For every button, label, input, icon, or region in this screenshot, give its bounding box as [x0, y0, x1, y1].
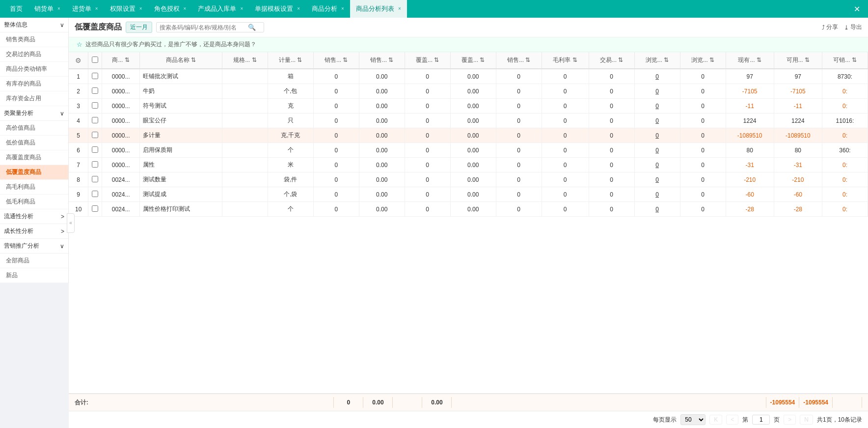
col-checkbox[interactable]: [88, 52, 102, 69]
first-page-button[interactable]: K: [709, 415, 722, 425]
page-size-select[interactable]: 20 50 100 200: [680, 414, 705, 425]
date-filter-button[interactable]: 近一月: [126, 22, 152, 33]
row-checkbox[interactable]: [88, 143, 102, 158]
sidebar-item-high-margin[interactable]: 高毛利商品: [0, 180, 68, 195]
sidebar-section-cluster[interactable]: 类聚量分析 ∨: [0, 106, 68, 121]
col-spec[interactable]: 规格... ⇅: [222, 52, 268, 69]
col-gross-margin[interactable]: 毛利率 ⇅: [542, 52, 589, 69]
nav-sales-order[interactable]: 销货单 ×: [28, 0, 66, 18]
col-unit[interactable]: 计量... ⇅: [268, 52, 313, 69]
row-checkbox[interactable]: [88, 187, 102, 202]
row-browse1[interactable]: 0: [634, 143, 680, 158]
row-checkbox[interactable]: [88, 172, 102, 187]
next-page-button[interactable]: >: [784, 415, 796, 425]
search-icon[interactable]: 🔍: [248, 24, 256, 31]
footer-current-stock: -1095554: [766, 397, 800, 408]
sidebar-item-high-coverage[interactable]: 高覆盖度商品: [0, 150, 68, 165]
row-browse1[interactable]: 0: [634, 202, 680, 217]
nav-close-icon[interactable]: ×: [184, 0, 187, 18]
row-checkbox[interactable]: [88, 158, 102, 172]
select-all-checkbox[interactable]: [92, 57, 98, 63]
col-browse2[interactable]: 浏览... ⇅: [680, 52, 726, 69]
export-button[interactable]: ⤓ 导出: [844, 23, 862, 31]
nav-close-icon[interactable]: ×: [341, 0, 344, 18]
sidebar-item-stock-capital[interactable]: 库存资金占用: [0, 91, 68, 106]
row-checkbox[interactable]: [88, 99, 102, 114]
row-browse1[interactable]: 0: [634, 114, 680, 128]
col-settings[interactable]: ⚙: [69, 52, 88, 69]
col-available-stock[interactable]: 可用... ⇅: [774, 52, 822, 69]
nav-permission-settings[interactable]: 权限设置 ×: [104, 0, 148, 18]
col-sales-qty[interactable]: 销售... ⇅: [313, 52, 359, 69]
sidebar-item-low-value[interactable]: 低价值商品: [0, 136, 68, 150]
nav-template-settings[interactable]: 单据模板设置 ×: [249, 0, 306, 18]
row-name: 属性: [139, 158, 222, 172]
sidebar-item-stocked-goods[interactable]: 有库存的商品: [0, 77, 68, 91]
nav-purchase-order[interactable]: 进货单 ×: [66, 0, 104, 18]
sidebar-item-sales-goods[interactable]: 销售类商品: [0, 32, 68, 47]
nav-role-auth[interactable]: 角色授权 ×: [148, 0, 192, 18]
row-checkbox[interactable]: [88, 114, 102, 128]
col-code[interactable]: 商... ⇅: [102, 52, 140, 69]
nav-close-icon[interactable]: ×: [95, 0, 98, 18]
last-page-button[interactable]: N: [800, 415, 813, 425]
sidebar-item-new-goods[interactable]: 新品: [0, 268, 68, 283]
row-checkbox[interactable]: [88, 69, 102, 84]
col-cover2[interactable]: 覆盖... ⇅: [450, 52, 496, 69]
sidebar-item-low-coverage[interactable]: 低覆盖度商品: [0, 165, 68, 180]
sidebar-item-traded-goods[interactable]: 交易过的商品: [0, 47, 68, 62]
sidebar-section-marketing[interactable]: 营销推广分析 ∨: [0, 239, 68, 254]
sidebar-section-growth[interactable]: 成长性分析 >: [0, 224, 68, 239]
nav-product-analysis[interactable]: 商品分析 ×: [306, 0, 350, 18]
nav-close-icon[interactable]: ×: [139, 0, 142, 18]
prev-page-button[interactable]: <: [726, 415, 738, 425]
sidebar-item-category-turnover[interactable]: 商品分类动销率: [0, 62, 68, 77]
col-browse1[interactable]: 浏览... ⇅: [634, 52, 680, 69]
nav-product-inbound[interactable]: 产成品入库单 ×: [192, 0, 249, 18]
row-sales-amt: 0.00: [359, 114, 405, 128]
sidebar-item-high-value[interactable]: 高价值商品: [0, 121, 68, 136]
share-button[interactable]: ⤴ 分享: [822, 23, 838, 31]
nav-product-analysis-list[interactable]: 商品分析列表 ×: [350, 0, 407, 18]
settings-icon[interactable]: ⚙: [75, 57, 81, 64]
nav-close-icon[interactable]: ×: [240, 0, 243, 18]
nav-close-active-icon[interactable]: ×: [398, 0, 401, 18]
page-number-input[interactable]: [752, 415, 770, 425]
sort-icon: ⇅: [664, 57, 669, 63]
row-checkbox[interactable]: [88, 202, 102, 217]
row-browse1[interactable]: 0: [634, 99, 680, 114]
sort-icon: ⇅: [480, 57, 485, 63]
row-browse1[interactable]: 0: [634, 172, 680, 187]
col-current-stock[interactable]: 现有... ⇅: [726, 52, 774, 69]
export-icon: ⤓: [844, 24, 849, 31]
sidebar-item-all-goods[interactable]: 全部商品: [0, 254, 68, 268]
row-browse2: 0: [680, 84, 726, 99]
info-banner: ☆ 这些商品只有很少客户购买过，是推广不够，还是商品本身问题？: [69, 37, 868, 52]
row-trade: 0: [589, 202, 634, 217]
search-input[interactable]: [160, 24, 248, 31]
col-sales-amt[interactable]: 销售... ⇅: [359, 52, 405, 69]
col-name[interactable]: 商品名称 ⇅: [139, 52, 222, 69]
row-num: 3: [69, 99, 88, 114]
row-checkbox[interactable]: [88, 84, 102, 99]
nav-close-icon[interactable]: ×: [297, 0, 300, 18]
col-saleable[interactable]: 可销... ⇅: [822, 52, 868, 69]
sidebar-section-overall[interactable]: 整体信息 ∨: [0, 18, 68, 32]
sidebar-collapse-button[interactable]: «: [67, 213, 75, 233]
row-checkbox[interactable]: [88, 128, 102, 143]
col-sales3[interactable]: 销售... ⇅: [496, 52, 542, 69]
nav-close-icon[interactable]: ×: [57, 0, 60, 18]
sidebar-section-circulation[interactable]: 流通性分析 >: [0, 209, 68, 224]
row-browse1[interactable]: 0: [634, 69, 680, 84]
col-trade[interactable]: 交易... ⇅: [589, 52, 634, 69]
nav-home[interactable]: 首页: [4, 0, 28, 18]
sidebar-item-low-margin[interactable]: 低毛利商品: [0, 195, 68, 209]
row-browse1[interactable]: 0: [634, 158, 680, 172]
col-cover1[interactable]: 覆盖... ⇅: [405, 52, 450, 69]
row-browse1[interactable]: 0: [634, 84, 680, 99]
row-browse1[interactable]: 0: [634, 187, 680, 202]
row-sales-amt: 0.00: [359, 143, 405, 158]
row-browse1[interactable]: 0: [634, 128, 680, 143]
window-close-button[interactable]: ✕: [850, 4, 864, 14]
row-gross-margin: 0: [542, 69, 589, 84]
